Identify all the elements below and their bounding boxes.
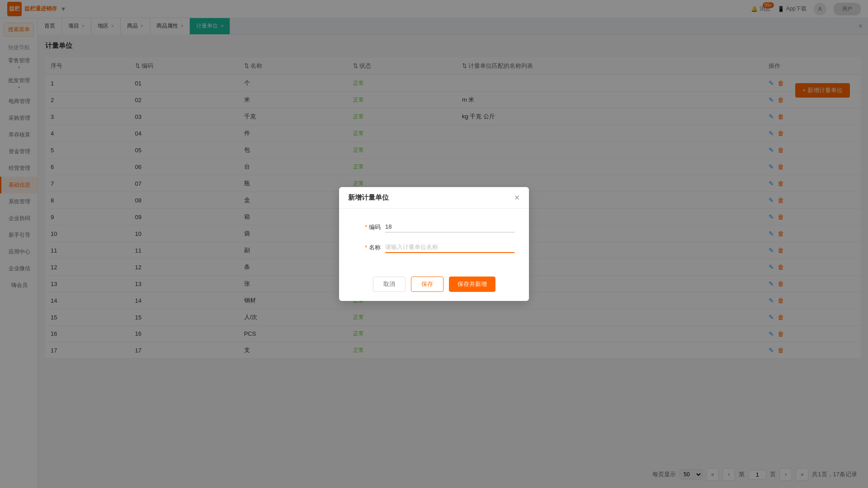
code-input[interactable] <box>385 221 514 233</box>
dialog-close-button[interactable]: ✕ <box>514 193 520 202</box>
save-and-new-button[interactable]: 保存并新增 <box>449 277 495 292</box>
name-input[interactable] <box>385 242 514 253</box>
cancel-button[interactable]: 取消 <box>373 277 406 292</box>
add-unit-dialog: 新增计量单位 ✕ 编码 名称 取消 保存 保存并新增 <box>339 187 529 301</box>
dialog-footer: 取消 保存 保存并新增 <box>339 271 529 301</box>
code-label: 编码 <box>354 223 381 231</box>
code-field-row: 编码 <box>354 221 514 233</box>
name-field-row: 名称 <box>354 242 514 253</box>
dialog-body: 编码 名称 <box>339 209 529 271</box>
name-label: 名称 <box>354 244 381 252</box>
dialog-header: 新增计量单位 ✕ <box>339 187 529 209</box>
modal-overlay[interactable]: 新增计量单位 ✕ 编码 名称 取消 保存 保存并新增 <box>0 0 868 488</box>
dialog-title: 新增计量单位 <box>348 193 389 202</box>
save-button[interactable]: 保存 <box>411 277 443 292</box>
